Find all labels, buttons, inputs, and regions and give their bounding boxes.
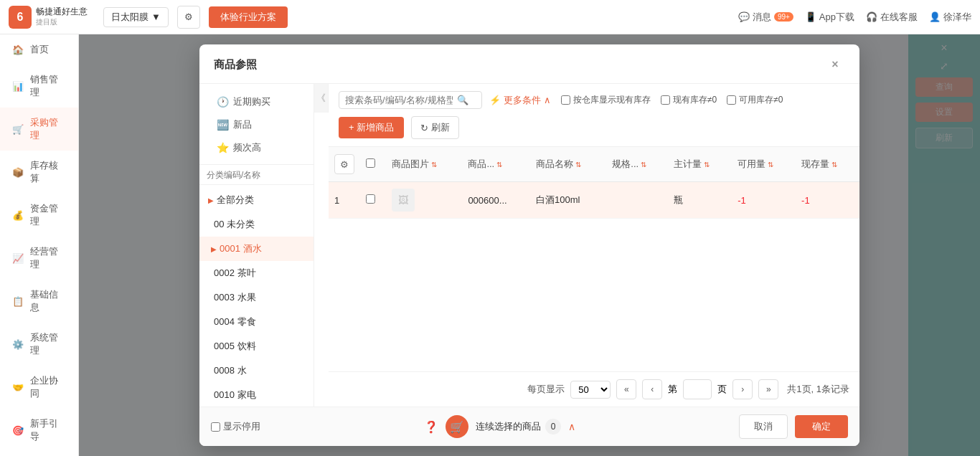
footer-center: ❓ 🛒 连续选择的商品 0 ∧ (424, 415, 575, 438)
cat-item-fruit[interactable]: 0003 水果 (199, 285, 314, 310)
quick-item-frequent[interactable]: ⭐ 频次高 (208, 137, 305, 158)
table-row[interactable]: 1 🖼 (329, 182, 859, 219)
checkbox-nonzero-available[interactable]: 可用库存≠0 (727, 94, 783, 106)
cart-icon: 🛒 (450, 420, 464, 434)
collapse-button[interactable]: 《 (314, 84, 329, 113)
per-page-select[interactable]: 50 100 200 (570, 381, 611, 399)
cat-item-tea[interactable]: 0002 茶叶 (199, 261, 314, 285)
th-unit: 主计量 ⇅ (668, 147, 732, 182)
sidebar-item-finance[interactable]: 💰 资金管理 (0, 194, 78, 237)
continuous-select: 连续选择的商品 0 (476, 419, 561, 434)
confirm-button[interactable]: 确定 (795, 415, 848, 438)
finance-icon: 💰 (11, 209, 24, 222)
add-product-button[interactable]: + 新增商品 (339, 117, 404, 138)
modal-footer: 显示停用 ❓ 🛒 连续选择的商品 0 ∧ (199, 407, 859, 446)
selected-count-badge: 0 (545, 419, 561, 434)
sidebar-item-collab[interactable]: 🤝 企业协同 (0, 366, 78, 409)
page-info: 共1页, 1条记录 (787, 383, 849, 396)
nav-selector[interactable]: 日太阳膜 ▼ (103, 7, 169, 27)
page-last-button[interactable]: » (758, 379, 778, 399)
page-label: 第 (668, 383, 677, 396)
checkbox-by-warehouse[interactable]: 按仓库显示现有库存 (561, 94, 651, 106)
top-nav: 6 畅捷通好生意 捷目版 日太阳膜 ▼ ⚙ 体验行业方案 💬 消息 99+ 📱 … (0, 0, 980, 34)
quick-item-new[interactable]: 🆕 新品 (208, 114, 305, 136)
right-panel: 🔍 ⚡ 更多条件 ∧ 按仓库显示现有库存 (329, 84, 859, 407)
cat-item-snack[interactable]: 0004 零食 (199, 310, 314, 334)
th-spec: 规格... ⇅ (606, 147, 668, 182)
sidebar-item-apps[interactable]: 📱 应用中心 (0, 452, 78, 456)
modal-dialog: 商品参照 × 🕐 近期购买 (199, 44, 859, 446)
cancel-button[interactable]: 取消 (739, 414, 788, 439)
inventory-icon: 📦 (11, 166, 24, 179)
main-layout: 🏠 首页 📊 销售管理 🛒 采购管理 📦 库存核算 💰 资金管理 📈 经营管理 … (0, 34, 980, 456)
sidebar-item-home[interactable]: 🏠 首页 (0, 34, 78, 65)
cell-spec (606, 182, 668, 219)
logo-area: 6 畅捷通好生意 捷目版 (9, 6, 95, 29)
cat-item-water[interactable]: 0008 水 (199, 358, 314, 383)
cell-available: -1 (732, 182, 796, 219)
quick-item-recent[interactable]: 🕐 近期购买 (208, 91, 305, 113)
expand-icon-liquor: ▶ (211, 245, 217, 253)
product-search-input[interactable] (345, 95, 453, 105)
page-prev-button[interactable]: ‹ (642, 379, 662, 399)
help-icon[interactable]: ❓ (424, 420, 438, 434)
select-all-checkbox[interactable] (366, 158, 375, 168)
th-code: 商品... ⇅ (462, 147, 530, 182)
notifications[interactable]: 💬 消息 99+ (738, 11, 793, 24)
image-placeholder: 🖼 (398, 194, 408, 206)
quick-list: 🕐 近期购买 🆕 新品 ⭐ 频次高 (208, 91, 305, 158)
message-icon: 💬 (738, 11, 750, 22)
sort-icon-name: ⇅ (575, 161, 581, 168)
gear-button[interactable]: ⚙ (177, 6, 200, 29)
search-icon[interactable]: 🔍 (457, 95, 468, 105)
cat-item-uncategorized[interactable]: 00 未分类 (199, 212, 314, 237)
column-settings-button[interactable]: ⚙ (334, 154, 354, 174)
collapse-icon: 《 (316, 92, 326, 105)
sort-icon-stock: ⇅ (831, 161, 837, 168)
category-quick: 🕐 近期购买 🆕 新品 ⭐ 频次高 (199, 84, 314, 165)
page-number-input[interactable]: 1 (683, 379, 712, 399)
expand-up-icon[interactable]: ∧ (568, 421, 575, 432)
cat-item-appliance[interactable]: 0010 家电 (199, 383, 314, 407)
user-profile[interactable]: 👤 徐泽华 (929, 11, 971, 24)
sidebar-item-sales[interactable]: 📊 销售管理 (0, 65, 78, 108)
cat-item-beverage[interactable]: 0005 饮料 (199, 334, 314, 358)
new-icon: 🆕 (217, 119, 229, 130)
toolbar: 🔍 ⚡ 更多条件 ∧ 按仓库显示现有库存 (329, 84, 859, 147)
exp-button[interactable]: 体验行业方案 (209, 6, 288, 28)
refresh-button[interactable]: ↻ 刷新 (411, 116, 459, 139)
cat-item-liquor[interactable]: ▶ 0001 酒水 (199, 237, 314, 261)
cat-item-all[interactable]: ▶ 全部分类 (199, 188, 314, 212)
cell-stock: -1 (796, 182, 859, 219)
cell-checkbox (360, 182, 386, 219)
content-area: × ⤢ 查询 设置 刷新 商品参照 × (79, 34, 980, 456)
sidebar-item-guide[interactable]: 🎯 新手引导 (0, 409, 78, 452)
cart-button[interactable]: 🛒 (446, 415, 468, 438)
guide-icon: 🎯 (11, 424, 24, 437)
th-available: 可用量 ⇅ (732, 147, 796, 182)
category-search-input[interactable] (207, 170, 314, 180)
sidebar-item-basic[interactable]: 📋 基础信息 (0, 280, 78, 323)
refresh-icon: ↻ (420, 123, 428, 133)
page-first-button[interactable]: « (616, 379, 636, 399)
filter-button[interactable]: ⚡ 更多条件 ∧ (489, 94, 551, 107)
row-checkbox[interactable] (366, 194, 375, 204)
modal-body: 🕐 近期购买 🆕 新品 ⭐ 频次高 (199, 84, 859, 407)
footer-right: 取消 确定 (739, 414, 848, 439)
sidebar-item-business[interactable]: 📈 经营管理 (0, 237, 78, 280)
modal-close-button[interactable]: × (825, 54, 845, 75)
home-icon: 🏠 (11, 43, 24, 56)
app-download[interactable]: 📱 App下载 (805, 11, 854, 24)
online-service[interactable]: 🎧 在线客服 (866, 11, 918, 24)
sort-icon-code: ⇅ (496, 161, 502, 168)
sidebar-item-system[interactable]: ⚙️ 系统管理 (0, 323, 78, 366)
sidebar-item-inventory[interactable]: 📦 库存核算 (0, 151, 78, 194)
page-next-button[interactable]: › (732, 379, 753, 399)
th-stock: 现存量 ⇅ (796, 147, 859, 182)
category-panel: 🕐 近期购买 🆕 新品 ⭐ 频次高 (199, 84, 314, 407)
checkbox-nonzero-stock[interactable]: 现有库存≠0 (661, 94, 717, 106)
purchase-icon: 🛒 (11, 123, 24, 136)
show-disabled-checkbox[interactable]: 显示停用 (211, 420, 260, 433)
expand-icon: ▶ (208, 196, 214, 204)
sidebar-item-purchase[interactable]: 🛒 采购管理 (0, 108, 78, 151)
